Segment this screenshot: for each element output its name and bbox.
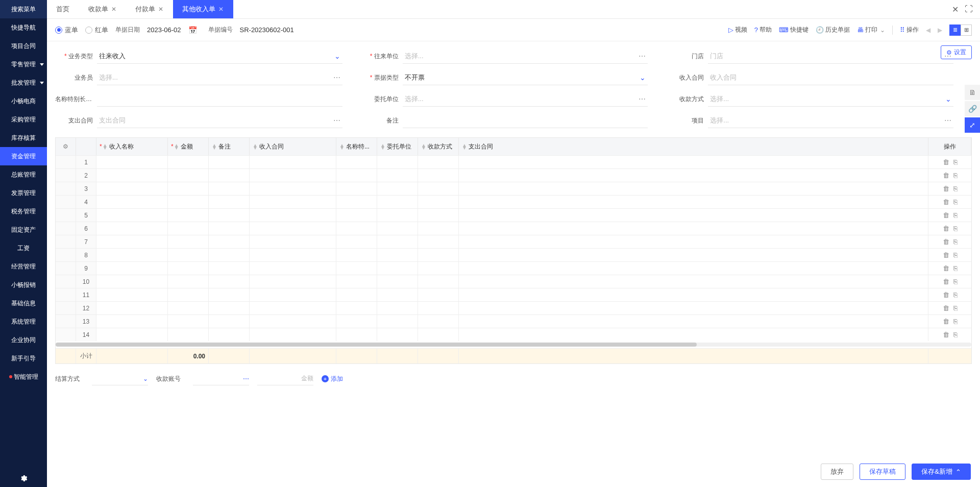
table-row[interactable]: 1🗑⎘ (56, 155, 971, 168)
name-special-input[interactable] (97, 91, 342, 107)
sidebar-item-13[interactable]: 工资 (0, 239, 47, 257)
float-expand-icon[interactable]: ⤢ (965, 117, 980, 133)
col-amount[interactable]: ▲▼金额 (168, 138, 209, 155)
col-collect-method[interactable]: ▲▼收款方式 (418, 138, 459, 155)
invoice-type-select[interactable]: 不开票⌄ (403, 70, 648, 85)
delete-row-icon[interactable]: 🗑 (943, 198, 949, 206)
collect-method-select[interactable]: 选择...⌄ (708, 91, 953, 107)
radio-blue-document[interactable]: 蓝单 (55, 26, 78, 35)
tab-2[interactable]: 付款单✕ (126, 0, 173, 18)
radio-red-document[interactable]: 红单 (85, 26, 108, 35)
delete-row-icon[interactable]: 🗑 (943, 238, 949, 246)
sidebar-item-8[interactable]: 资金管理 (0, 147, 47, 165)
sidebar-item-4[interactable]: 批发管理 (0, 74, 47, 92)
copy-row-icon[interactable]: ⎘ (953, 318, 958, 325)
tab-close-icon[interactable]: ✕ (158, 6, 163, 13)
table-row[interactable]: 4🗑⎘ (56, 195, 971, 208)
copy-row-icon[interactable]: ⎘ (953, 291, 958, 299)
shop-select[interactable]: 门店⋯ (708, 48, 953, 64)
table-row[interactable]: 12🗑⎘ (56, 301, 971, 314)
sidebar-item-5[interactable]: 小畅电商 (0, 92, 47, 110)
sidebar-item-9[interactable]: 总账管理 (0, 165, 47, 184)
video-action[interactable]: ▷视频 (728, 26, 747, 34)
col-income-contract[interactable]: ▲▼收入合同 (250, 138, 336, 155)
sidebar-item-19[interactable]: 新手引导 (0, 349, 47, 368)
copy-row-icon[interactable]: ⎘ (953, 158, 958, 166)
col-expense-contract[interactable]: ▲▼支出合同 (459, 138, 928, 155)
save-and-new-button[interactable]: 保存&新增⌃ (912, 464, 971, 480)
float-attachment-icon[interactable]: 🗎 (965, 85, 980, 100)
sidebar-item-3[interactable]: 零售管理 (0, 55, 47, 74)
table-row[interactable]: 2🗑⎘ (56, 168, 971, 182)
copy-row-icon[interactable]: ⎘ (953, 251, 958, 259)
table-row[interactable]: 6🗑⎘ (56, 222, 971, 235)
project-select[interactable]: 选择...⋯ (708, 113, 953, 128)
copy-row-icon[interactable]: ⎘ (953, 198, 958, 206)
delete-row-icon[interactable]: 🗑 (943, 185, 949, 192)
bill-date-value[interactable]: 2023-06-02 (147, 26, 181, 34)
sidebar-item-7[interactable]: 库存核算 (0, 129, 47, 147)
settle-amount-input[interactable]: 金额 (257, 372, 313, 385)
delete-row-icon[interactable]: 🗑 (943, 304, 949, 312)
tab-close-icon[interactable]: ✕ (218, 6, 224, 13)
settle-method-select[interactable]: ⌄ (92, 372, 148, 385)
delete-row-icon[interactable]: 🗑 (943, 211, 949, 219)
display-card-toggle[interactable]: ⊞ (961, 25, 972, 36)
tab-3[interactable]: 其他收入单✕ (173, 0, 233, 18)
table-row[interactable]: 7🗑⎘ (56, 235, 971, 248)
help-action[interactable]: ?帮助 (754, 26, 772, 34)
table-row[interactable]: 14🗑⎘ (56, 328, 971, 341)
delete-row-icon[interactable]: 🗑 (943, 331, 949, 338)
remark-input[interactable] (403, 113, 648, 128)
prev-doc-icon[interactable]: ◀ (926, 27, 930, 34)
copy-row-icon[interactable]: ⎘ (953, 211, 958, 219)
sidebar-item-10[interactable]: 发票管理 (0, 184, 47, 202)
delete-row-icon[interactable]: 🗑 (943, 172, 949, 179)
sidebar-item-16[interactable]: 基础信息 (0, 294, 47, 312)
table-row[interactable]: 11🗑⎘ (56, 288, 971, 301)
sidebar-item-2[interactable]: 项目合同 (0, 37, 47, 55)
horizontal-scrollbar[interactable] (56, 343, 971, 347)
table-row[interactable]: 13🗑⎘ (56, 314, 971, 328)
save-draft-button[interactable]: 保存草稿 (860, 464, 905, 480)
delete-row-icon[interactable]: 🗑 (943, 225, 949, 232)
partner-select[interactable]: 选择...⋯ (403, 48, 648, 64)
salesman-select[interactable]: 选择...⋯ (97, 70, 342, 85)
copy-row-icon[interactable]: ⎘ (953, 304, 958, 312)
sidebar-settings-icon[interactable] (0, 470, 47, 487)
col-remark[interactable]: ▲▼备注 (209, 138, 250, 155)
table-gear-header[interactable]: ⚙ (56, 138, 76, 155)
delete-row-icon[interactable]: 🗑 (943, 264, 949, 272)
shortcut-action[interactable]: ⌨快捷键 (779, 26, 808, 34)
sidebar-item-17[interactable]: 系统管理 (0, 312, 47, 331)
delete-row-icon[interactable]: 🗑 (943, 291, 949, 299)
float-link-icon[interactable]: 🔗 (965, 101, 980, 116)
sidebar-item-18[interactable]: 企业协同 (0, 331, 47, 349)
sidebar-item-14[interactable]: 经营管理 (0, 257, 47, 276)
table-row[interactable]: 5🗑⎘ (56, 208, 971, 222)
sidebar-item-0[interactable]: 搜索菜单 (0, 0, 47, 18)
sidebar-item-20[interactable]: 智能管理 (0, 368, 47, 386)
copy-row-icon[interactable]: ⎘ (953, 278, 958, 285)
add-settlement-button[interactable]: +添加 (322, 375, 343, 383)
close-icon[interactable]: ✕ (952, 5, 959, 14)
discard-button[interactable]: 放弃 (821, 464, 853, 480)
delete-row-icon[interactable]: 🗑 (943, 278, 949, 285)
income-contract-select[interactable]: 收入合同 (708, 70, 953, 85)
sidebar-item-6[interactable]: 采购管理 (0, 110, 47, 129)
biz-type-select[interactable]: 往来收入⌄ (97, 48, 342, 64)
delete-row-icon[interactable]: 🗑 (943, 251, 949, 259)
settle-account-select[interactable]: ⋯ (193, 372, 249, 385)
table-row[interactable]: 3🗑⎘ (56, 182, 971, 195)
sidebar-item-11[interactable]: 税务管理 (0, 202, 47, 221)
copy-row-icon[interactable]: ⎘ (953, 331, 958, 338)
expense-contract-select[interactable]: 支出合同⋯ (97, 113, 342, 128)
delete-row-icon[interactable]: 🗑 (943, 318, 949, 325)
copy-row-icon[interactable]: ⎘ (953, 185, 958, 192)
sidebar-item-15[interactable]: 小畅报销 (0, 276, 47, 294)
copy-row-icon[interactable]: ⎘ (953, 172, 958, 179)
history-action[interactable]: 🕘历史单据 (816, 26, 850, 34)
entrust-select[interactable]: 选择...⋯ (403, 91, 648, 107)
tab-1[interactable]: 收款单✕ (79, 0, 126, 18)
fullscreen-icon[interactable]: ⛶ (965, 5, 973, 14)
